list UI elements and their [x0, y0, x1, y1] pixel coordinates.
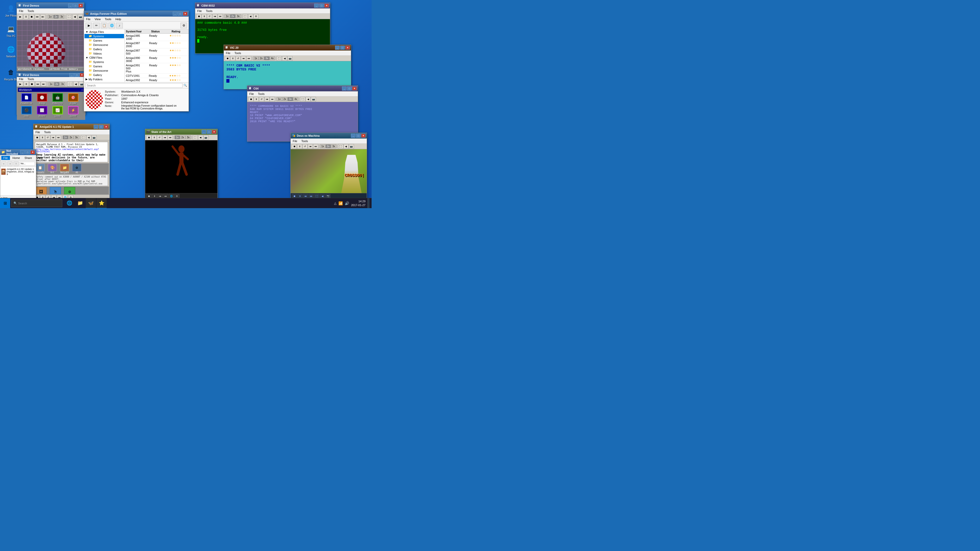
- scale-2x[interactable]: 2x: [259, 56, 264, 60]
- minimize-button[interactable]: _: [173, 12, 177, 16]
- scale-1x[interactable]: 1x: [175, 135, 180, 139]
- tree-gallery[interactable]: 📁 Gallery: [84, 47, 124, 51]
- close-button[interactable]: ✕: [183, 12, 188, 16]
- scale-2x[interactable]: 2x: [230, 14, 235, 18]
- list-row-amiga1000[interactable]: Amiga 10001985Ready★☆☆☆☆: [125, 34, 189, 41]
- close-button[interactable]: ✕: [78, 3, 83, 8]
- pause-button[interactable]: ⏸: [297, 144, 302, 149]
- maximize-button[interactable]: □: [73, 3, 78, 8]
- menu-tools[interactable]: Tools: [103, 17, 112, 21]
- btn3[interactable]: ⏮: [158, 194, 162, 198]
- tray-network-icon[interactable]: 📶: [339, 201, 343, 205]
- rewind-button[interactable]: ⏮: [241, 56, 246, 61]
- vic20-titlebar[interactable]: 🖥 VIC 20 _ □ ✕: [224, 45, 351, 51]
- close-button[interactable]: ✕: [30, 150, 35, 154]
- ribbon-tab-home[interactable]: Home: [11, 156, 22, 160]
- minimize-button[interactable]: _: [351, 134, 355, 138]
- ribbon-tab-file[interactable]: File: [1, 156, 10, 160]
- amiga-icon-dots[interactable]: ⚫ Dots: [19, 106, 33, 118]
- music-button[interactable]: ♪: [116, 23, 123, 28]
- scale-3x[interactable]: 3x: [264, 56, 269, 60]
- scale-1x[interactable]: 1x: [63, 135, 68, 139]
- pause-button[interactable]: ⏸: [24, 14, 29, 19]
- pause-button[interactable]: ⏸: [40, 135, 45, 140]
- tree-my-folders[interactable]: ▶ My Folders: [84, 77, 124, 81]
- ff-button[interactable]: ⏭: [246, 56, 251, 61]
- btn5[interactable]: 🌐: [169, 194, 174, 198]
- taskbar-app-wm[interactable]: ⭐: [97, 198, 107, 208]
- file-item[interactable]: 📦 AmigaOS 4.1 FE Update 1 (Hyperion, 201…: [0, 167, 36, 176]
- search-icon[interactable]: 🔍: [183, 84, 187, 87]
- minimize-button[interactable]: _: [69, 73, 74, 77]
- rewind-button[interactable]: ⏮: [308, 144, 313, 149]
- menu-file[interactable]: File: [35, 130, 41, 134]
- close-button[interactable]: ✕: [352, 86, 357, 91]
- btn4[interactable]: ⏭: [309, 194, 313, 198]
- state-art-titlebar[interactable]: 🎬 State of the Art _ □ ✕: [145, 129, 218, 135]
- stop-button[interactable]: ⏹: [35, 135, 40, 140]
- reset-button[interactable]: ↺: [157, 135, 162, 140]
- rewind-button[interactable]: ⏮: [162, 135, 167, 140]
- stop-button[interactable]: ⏹: [29, 81, 35, 86]
- minimize-button[interactable]: _: [314, 3, 319, 8]
- rewind-button[interactable]: ⏮: [35, 81, 41, 86]
- amiga-icon-lines[interactable]: 📈 Lines: [51, 106, 65, 118]
- tree-cbm-games[interactable]: 📁 Games: [84, 64, 124, 68]
- menu-help[interactable]: Help: [115, 17, 122, 21]
- share-button[interactable]: ◀: [248, 14, 253, 19]
- fullscreen-button[interactable]: ⛶: [338, 144, 343, 149]
- scale-1x[interactable]: 1x: [48, 82, 54, 86]
- menu-file[interactable]: File: [18, 9, 24, 13]
- taskbar-app-ie[interactable]: 🌐: [64, 198, 75, 208]
- amiga-icon-readme[interactable]: 📄 ReadMe.txt: [19, 94, 33, 105]
- menu-tools[interactable]: Tools: [27, 9, 35, 13]
- scale-3x[interactable]: 3x: [288, 97, 293, 101]
- ff-button[interactable]: ⏭: [218, 14, 223, 19]
- settings-button[interactable]: ⚙: [180, 23, 187, 28]
- maximize-button[interactable]: □: [347, 86, 352, 91]
- maximize-button[interactable]: □: [319, 3, 324, 8]
- ff-button[interactable]: ⏭: [168, 135, 173, 140]
- maximize-button[interactable]: □: [75, 73, 79, 77]
- scale-3x[interactable]: 3x: [59, 15, 65, 19]
- list-row-amiga500p[interactable]: Amiga 500 Plus1991Ready★★★☆☆: [125, 63, 189, 74]
- menu-tools[interactable]: Tools: [43, 130, 52, 134]
- scale-3x[interactable]: 3x: [235, 14, 241, 18]
- scale-3x[interactable]: 3x: [74, 135, 79, 139]
- c64-titlebar[interactable]: 🖥 C64 _ □ ✕: [247, 86, 358, 91]
- tree-systems[interactable]: 📁 Systems: [84, 34, 124, 38]
- menu-file[interactable]: File: [18, 77, 24, 81]
- play-button[interactable]: ▶: [86, 23, 92, 28]
- first-demos-titlebar[interactable]: 🖥 First Demos _ □ ✕: [17, 3, 84, 8]
- ribbon-tab-share[interactable]: Share: [22, 156, 34, 160]
- rewind-button[interactable]: ⏮: [35, 14, 40, 19]
- minimize-button[interactable]: _: [68, 3, 73, 8]
- maximize-button[interactable]: □: [99, 125, 103, 129]
- rewind-button[interactable]: ⏮: [51, 135, 56, 140]
- fullscreen-button[interactable]: ⛶: [192, 135, 198, 140]
- pause-button[interactable]: ⏸: [24, 81, 29, 86]
- menu-tools[interactable]: Tools: [205, 9, 213, 13]
- file-explorer-titlebar[interactable]: 📁 Not Included _ □ ✕: [0, 149, 36, 155]
- tree-cbm-files[interactable]: ▼ CBM Files: [84, 56, 124, 60]
- pause-button[interactable]: ⏸: [230, 56, 235, 61]
- aos-icon-picturewrite[interactable]: 🖼 PictureWrite: [35, 187, 48, 194]
- minimize-button[interactable]: _: [342, 86, 347, 91]
- close-button[interactable]: ✕: [212, 130, 216, 134]
- pause-button[interactable]: ⏸: [254, 97, 259, 102]
- amiga-icon-speed[interactable]: ⚡ Speed: [66, 106, 80, 118]
- list-row-cdtv[interactable]: CDTV1991Ready★★★☆☆: [125, 74, 189, 78]
- btn3[interactable]: ⏮: [303, 194, 308, 198]
- amigaos41-titlebar[interactable]: 🖥 AmigaOS 4.1 FE Update 1 _ □ ✕: [33, 124, 110, 130]
- scale-3x[interactable]: 3x: [186, 135, 191, 139]
- fullscreen-button[interactable]: ⛶: [67, 81, 73, 86]
- settings-button[interactable]: ⚙: [253, 14, 259, 19]
- maximize-button[interactable]: □: [356, 134, 361, 138]
- tray-icon-up[interactable]: △: [334, 202, 336, 205]
- btn1[interactable]: ⏹: [292, 194, 297, 198]
- ff-button[interactable]: ⏭: [270, 97, 275, 102]
- scale-2x[interactable]: 2x: [326, 144, 331, 148]
- share-button[interactable]: ◀: [86, 135, 91, 140]
- taskbar-app-explorer[interactable]: 📁: [75, 198, 85, 208]
- scale-4x[interactable]: 4x: [293, 97, 299, 101]
